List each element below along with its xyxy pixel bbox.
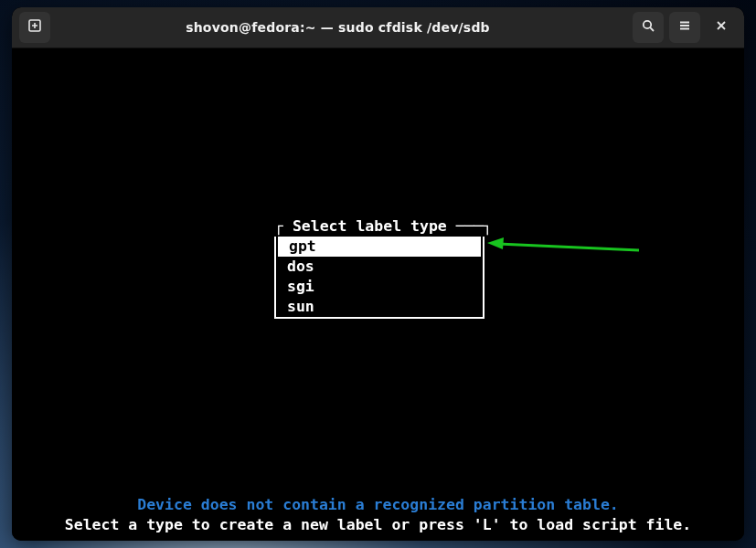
close-icon [714,18,729,37]
search-button[interactable] [633,12,664,43]
svg-marker-11 [487,237,504,249]
status-warning: Device does not contain a recognized par… [12,495,744,515]
svg-line-10 [498,244,639,250]
dialog-title: Select label type [293,216,447,237]
new-tab-icon [27,18,42,37]
label-option-dos[interactable]: dos [276,257,483,277]
search-icon [641,18,655,37]
terminal-content[interactable]: ┌ Select label type ───┐ gpt dos sgi sun… [12,48,744,541]
dialog-border-dash-right: ───┐ [447,216,493,237]
close-button[interactable] [706,12,737,43]
dialog-title-row: ┌ Select label type ───┐ [274,216,484,237]
svg-point-3 [644,21,651,28]
status-instruction: Select a type to create a new label or p… [12,515,744,535]
label-type-dialog: ┌ Select label type ───┐ gpt dos sgi sun [274,216,484,319]
terminal-window: shovon@fedora:~ — sudo cfdisk /dev/sdb [12,7,744,541]
label-option-sgi[interactable]: sgi [276,277,483,297]
label-option-sun[interactable]: sun [276,297,483,317]
window-titlebar: shovon@fedora:~ — sudo cfdisk /dev/sdb [12,7,744,48]
menu-button[interactable] [669,12,700,43]
window-title: shovon@fedora:~ — sudo cfdisk /dev/sdb [56,20,627,35]
new-tab-button[interactable] [19,12,50,43]
dialog-border-dash-left: ┌ [274,216,293,237]
svg-line-4 [650,27,654,31]
label-option-gpt[interactable]: gpt [278,237,481,257]
annotation-arrow [485,237,641,256]
dialog-body: gpt dos sgi sun [274,237,484,319]
hamburger-icon [677,18,692,37]
status-footer: Device does not contain a recognized par… [12,495,744,535]
